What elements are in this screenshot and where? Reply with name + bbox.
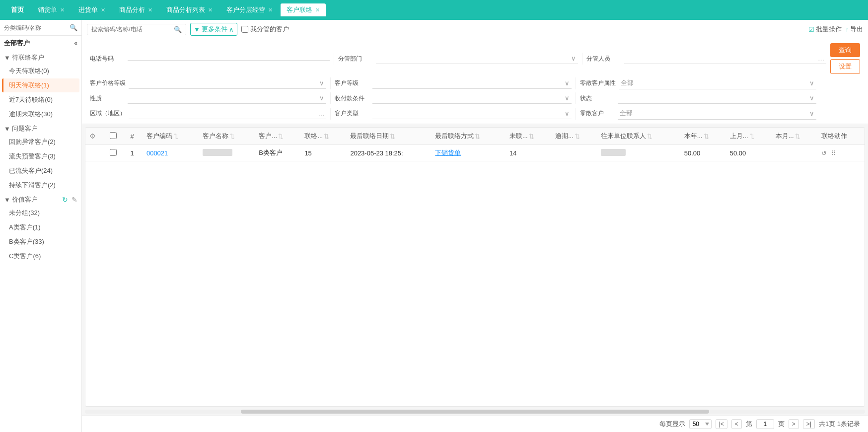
col-last-month[interactable]: 上月...⇅: [726, 128, 772, 145]
col-checkbox[interactable]: [106, 128, 127, 145]
sidebar-value-refresh-icon[interactable]: ↻: [62, 196, 68, 204]
bulk-op-btn[interactable]: ☑ 批量操作: [808, 25, 842, 34]
set-button[interactable]: 设置: [830, 59, 860, 74]
page-input[interactable]: [756, 419, 774, 429]
first-page-btn[interactable]: |<: [716, 419, 727, 429]
sidebar-item-class-a[interactable]: A类客户(1): [2, 220, 79, 234]
nav-customer-contact-close[interactable]: ✕: [315, 7, 320, 13]
filter-phone-input[interactable]: [128, 57, 330, 61]
sidebar-collapse-icon[interactable]: «: [74, 40, 77, 47]
total-label: 共1页 1条记录: [819, 420, 860, 429]
prev-page-btn[interactable]: <: [731, 419, 742, 429]
nav-product-analysis-list[interactable]: 商品分析列表 ✕: [160, 3, 218, 16]
col-unit-contact[interactable]: 往来单位联系人⇅: [597, 128, 680, 145]
row-no: 1: [126, 145, 142, 161]
col-type[interactable]: 客户...⇅: [255, 128, 300, 145]
nav-customer-contact[interactable]: 客户联络 ✕: [281, 3, 326, 16]
nav-purchase-order-close[interactable]: ✕: [101, 7, 105, 13]
per-page-label: 每页显示: [659, 420, 685, 429]
filter-more-btn[interactable]: ▼ 更多条件 ∧: [190, 23, 237, 36]
sidebar-item-today-contact[interactable]: 今天待联络(0): [2, 64, 79, 78]
nav-purchase-order-label: 进货单: [78, 5, 98, 14]
query-button[interactable]: 查询: [830, 43, 860, 57]
filter-customer-level-select[interactable]: ∨: [372, 78, 571, 89]
sidebar-section-value[interactable]: ▼ 价值客户 ↻ ✎: [0, 193, 81, 206]
filter-payment-select[interactable]: ∨: [372, 93, 571, 104]
sidebar-item-class-c[interactable]: C类客户(6): [2, 249, 79, 263]
nav-customer-segmentation-close[interactable]: ✕: [268, 7, 273, 13]
my-customers-checkbox-area[interactable]: 我分管的客户: [241, 25, 289, 34]
col-code[interactable]: 客户编码⇅: [143, 128, 199, 145]
filter-retail-customer-select[interactable]: 全部∨: [618, 107, 816, 120]
filter-retail-attr-select[interactable]: 全部∨: [619, 77, 816, 89]
sidebar-item-declining[interactable]: 持续下滑客户(2): [2, 178, 79, 192]
sidebar-item-overdue-contact[interactable]: 逾期未联络(30): [2, 107, 79, 121]
search-input[interactable]: [91, 26, 172, 33]
nav-product-analysis-close[interactable]: ✕: [148, 7, 152, 13]
action-icon-2[interactable]: ⠿: [831, 149, 836, 157]
search-icon[interactable]: 🔍: [174, 26, 182, 33]
col-this-year[interactable]: 本年...⇅: [680, 128, 726, 145]
nav-product-analysis-list-close[interactable]: ✕: [208, 7, 213, 13]
last-contact-method-link[interactable]: 下销货单: [435, 149, 461, 156]
row-code[interactable]: 000021: [143, 145, 199, 161]
row-last-contact-method[interactable]: 下销货单: [431, 145, 506, 161]
col-contact[interactable]: 联络...⇅: [300, 128, 346, 145]
table-row: 1 000021 B类客户 15 2023-05-23 18:25: 下销货单 …: [85, 145, 865, 161]
nav-sales-order[interactable]: 销货单 ✕: [32, 3, 71, 16]
filter-region-select[interactable]: …: [129, 108, 326, 119]
col-last-contact-date[interactable]: 最后联络日期⇅: [346, 128, 431, 145]
sidebar-item-7days-contact[interactable]: 近7天待联络(0): [2, 93, 79, 107]
nav-customer-segmentation[interactable]: 客户分层经营 ✕: [220, 3, 279, 16]
sidebar-item-tomorrow-contact[interactable]: 明天待联络(1): [2, 78, 79, 92]
col-overdue[interactable]: 逾期...⇅: [551, 128, 597, 145]
sidebar-section-value-arrow: ▼: [4, 196, 10, 204]
sidebar-search-icon[interactable]: 🔍: [70, 24, 77, 31]
search-box[interactable]: 🔍: [87, 24, 186, 35]
filter-nature-select[interactable]: ∨: [128, 93, 326, 104]
sidebar-search-area: 🔍: [0, 20, 81, 36]
filter-payment-label: 收付款条件: [335, 94, 369, 103]
col-last-contact-method[interactable]: 最后联络方式⇅: [431, 128, 506, 145]
sidebar-item-churn-risk[interactable]: 流失预警客户(3): [2, 149, 79, 163]
next-page-btn[interactable]: >: [789, 419, 799, 429]
scrollbar-thumb[interactable]: [241, 410, 709, 414]
row-this-year: 50.00: [680, 145, 726, 161]
sidebar-section-pending[interactable]: ▼ 待联络客户: [0, 51, 81, 64]
filter-arrow-icon: ∧: [229, 26, 234, 33]
filter-dept-select[interactable]: ∨: [376, 53, 578, 64]
nav-purchase-order[interactable]: 进货单 ✕: [72, 3, 111, 16]
col-gear[interactable]: ⚙: [85, 128, 106, 145]
sidebar-search-input[interactable]: [4, 24, 68, 31]
per-page-select[interactable]: 50 100 200: [689, 419, 712, 429]
row-select-checkbox[interactable]: [110, 149, 117, 156]
export-btn[interactable]: ↑ 导出: [846, 25, 864, 34]
filter-person-select[interactable]: …: [624, 53, 826, 64]
sidebar-item-class-b[interactable]: B类客户(33): [2, 235, 79, 249]
nav-customer-segmentation-label: 客户分层经营: [226, 5, 265, 14]
action-icon-1[interactable]: ↺: [821, 149, 827, 157]
sidebar-item-abnormal-repurchase[interactable]: 回购异常客户(2): [2, 135, 79, 149]
sidebar-item-churned[interactable]: 已流失客户(24): [2, 164, 79, 178]
nav-sales-order-close[interactable]: ✕: [60, 7, 65, 13]
sidebar-value-edit-icon[interactable]: ✎: [72, 196, 77, 204]
my-customers-checkbox[interactable]: [241, 26, 248, 33]
nav-home[interactable]: 首页: [5, 3, 30, 16]
filter-price-level-select[interactable]: ∨: [129, 78, 326, 89]
filter-status-select[interactable]: ∨: [618, 93, 816, 104]
col-name[interactable]: 客户名称⇅: [199, 128, 255, 145]
horizontal-scrollbar[interactable]: [85, 410, 865, 414]
sidebar-section-problem[interactable]: ▼ 问题客户: [0, 122, 81, 135]
sidebar-all-customers[interactable]: 全部客户 «: [0, 36, 81, 51]
sidebar-section-pending-arrow: ▼: [4, 54, 10, 62]
row-checkbox[interactable]: [106, 145, 127, 161]
nav-product-analysis[interactable]: 商品分析 ✕: [113, 3, 158, 16]
filter-customer-type: 客户类型 ∨: [335, 108, 571, 119]
filter-customer-type-select[interactable]: ∨: [372, 108, 571, 119]
last-page-btn[interactable]: >|: [803, 419, 815, 429]
sidebar-all-customers-label: 全部客户: [4, 39, 30, 48]
col-uncontacted[interactable]: 未联...⇅: [506, 128, 551, 145]
sidebar-item-ungrouped[interactable]: 未分组(32): [2, 206, 79, 220]
select-all-checkbox[interactable]: [110, 132, 117, 139]
col-this-month[interactable]: 本月...⇅: [772, 128, 817, 145]
